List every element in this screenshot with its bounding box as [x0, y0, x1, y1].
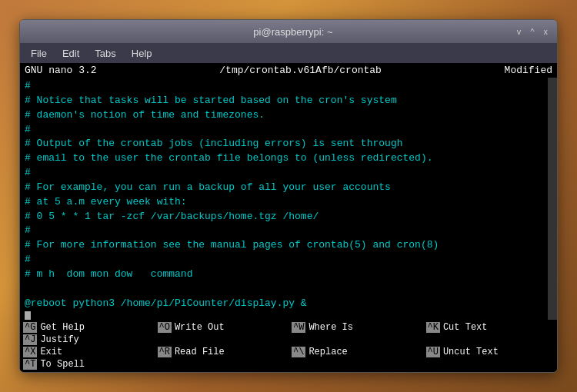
title-bar: pi@raspberrypi: ~ v ^ x	[20, 20, 557, 43]
footer-label: Get Help	[40, 322, 85, 333]
footer-key: ^X	[23, 347, 37, 357]
nano-header: GNU nano 3.2 /tmp/crontab.v61Afb/crontab…	[20, 63, 557, 78]
editor-content: # # Notice that tasks will be started ba…	[20, 78, 557, 320]
footer-label: Cut Text	[443, 322, 488, 333]
code-line: # For example, you can run a backup of a…	[25, 181, 543, 195]
maximize-button[interactable]: ^	[527, 25, 537, 38]
code-line: #	[25, 123, 543, 138]
terminal-window: pi@raspberrypi: ~ v ^ x File Edit Tabs H…	[19, 19, 558, 373]
code-line: # Output of the crontab jobs (including …	[25, 137, 543, 151]
nano-filename: /tmp/crontab.v61Afb/crontab	[219, 65, 382, 76]
code-line: # 0 5 * * 1 tar -zcf /var/backups/home.t…	[25, 210, 543, 224]
footer-key: ^G	[23, 322, 37, 333]
menu-file[interactable]: File	[23, 46, 55, 61]
footer-label: Exit	[40, 347, 62, 357]
footer-key: ^J	[23, 334, 37, 345]
code-line: # For more information see the manual pa…	[25, 238, 543, 253]
footer-item-justify: ^J Justify	[20, 334, 155, 346]
code-line: #	[25, 79, 543, 94]
footer-label: Read File	[175, 347, 225, 357]
code-line: #	[25, 166, 543, 181]
code-area[interactable]: # # Notice that tasks will be started ba…	[20, 78, 548, 320]
code-line: #	[25, 253, 543, 267]
footer-row-2: ^X Exit ^R Read File ^\ Replace ^U Uncut…	[20, 346, 557, 370]
footer-item-tospell: ^T To Spell	[20, 358, 155, 370]
footer-item-gethelp: ^G Get Help	[20, 321, 155, 334]
footer-key: ^R	[158, 347, 172, 357]
footer-key: ^K	[426, 322, 440, 333]
footer-item-exit: ^X Exit	[20, 346, 155, 358]
scrollbar[interactable]	[548, 78, 557, 320]
code-line	[25, 282, 543, 297]
code-line: # email to the user the crontab file bel…	[25, 151, 543, 166]
footer-label: Write Out	[175, 322, 225, 333]
footer-key: ^T	[23, 359, 37, 370]
footer-key: ^W	[292, 322, 305, 333]
footer-item-cuttext: ^K Cut Text	[423, 321, 558, 334]
footer-key: ^\	[292, 347, 305, 357]
nano-footer: ^G Get Help ^O Write Out ^W Where Is ^K …	[20, 320, 557, 372]
footer-label: Where Is	[309, 322, 353, 333]
code-line: #	[25, 224, 543, 238]
code-line: @reboot python3 /home/pi/PiCounter/displ…	[25, 297, 543, 311]
window-controls: v ^ x	[514, 25, 551, 38]
menu-edit[interactable]: Edit	[55, 46, 87, 61]
footer-row-1: ^G Get Help ^O Write Out ^W Where Is ^K …	[20, 321, 557, 346]
menu-tabs[interactable]: Tabs	[87, 46, 123, 61]
footer-label: To Spell	[40, 359, 85, 370]
footer-item-writeout: ^O Write Out	[155, 321, 289, 334]
code-line: # m h dom mon dow command	[25, 267, 543, 282]
footer-item-uncuttext: ^U Uncut Text	[423, 346, 558, 358]
footer-label: Replace	[309, 347, 347, 357]
close-button[interactable]: x	[541, 25, 552, 38]
menu-help[interactable]: Help	[124, 46, 160, 61]
footer-label: Uncut Text	[443, 347, 499, 357]
footer-key: ^O	[158, 322, 172, 333]
editor-area: GNU nano 3.2 /tmp/crontab.v61Afb/crontab…	[20, 63, 557, 372]
code-line: # at 5 a.m every week with:	[25, 195, 543, 210]
code-line: # daemon's notion of time and timezones.	[25, 108, 543, 123]
minimize-button[interactable]: v	[514, 25, 525, 38]
code-line: # Notice that tasks will be started base…	[25, 94, 543, 108]
footer-key: ^U	[426, 347, 440, 357]
code-cursor-line	[25, 311, 543, 321]
footer-item-replace: ^\ Replace	[288, 346, 423, 358]
nano-status: Modified	[505, 65, 552, 76]
footer-item-whereis: ^W Where Is	[288, 321, 423, 334]
footer-label: Justify	[40, 334, 78, 345]
nano-version: GNU nano 3.2	[25, 65, 97, 76]
footer-item-readfile: ^R Read File	[155, 346, 289, 358]
menu-bar: File Edit Tabs Help	[20, 43, 557, 63]
window-title: pi@raspberrypi: ~	[72, 26, 514, 38]
